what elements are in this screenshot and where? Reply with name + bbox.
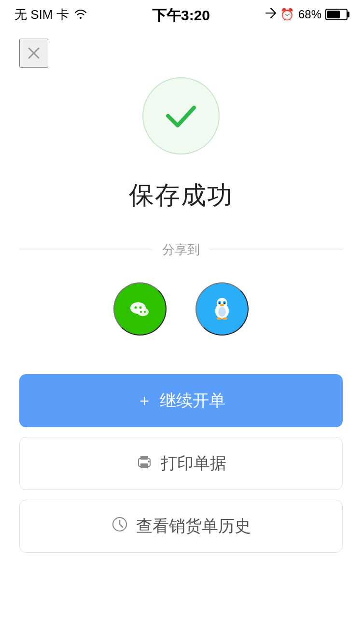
divider-left <box>19 250 153 250</box>
qq-share-button[interactable] <box>195 282 249 336</box>
svg-point-7 <box>144 311 146 313</box>
svg-point-5 <box>139 307 142 309</box>
svg-point-17 <box>218 307 226 317</box>
share-icons-container <box>113 282 249 336</box>
status-left: 无 SIM 卡 <box>14 6 87 23</box>
svg-point-6 <box>140 311 142 313</box>
share-section: 分享到 <box>19 241 343 258</box>
wifi-icon <box>74 7 87 22</box>
svg-rect-19 <box>140 463 148 468</box>
alarm-icon: ⏰ <box>280 8 294 21</box>
share-label: 分享到 <box>162 241 200 258</box>
close-icon <box>25 44 42 62</box>
battery-indicator <box>325 9 348 20</box>
checkmark-icon <box>159 94 203 138</box>
status-right: ⏰ 68% <box>265 8 348 21</box>
print-icon <box>136 453 153 474</box>
svg-point-14 <box>220 304 224 307</box>
main-content: 保存成功 分享到 <box>0 29 362 553</box>
success-circle <box>142 77 220 154</box>
action-buttons: ＋ 继续开单 打印单据 查看销货单历史 <box>19 374 343 553</box>
print-label: 打印单据 <box>161 452 226 475</box>
wechat-icon <box>125 294 155 324</box>
status-time: 下午3:20 <box>152 6 210 26</box>
print-button[interactable]: 打印单据 <box>19 437 343 490</box>
svg-point-12 <box>219 303 221 304</box>
wechat-share-button[interactable] <box>113 282 167 336</box>
svg-point-4 <box>135 307 137 309</box>
close-button[interactable] <box>19 39 48 68</box>
divider-right <box>209 250 343 250</box>
plus-icon: ＋ <box>137 390 152 411</box>
svg-point-16 <box>223 318 227 320</box>
continue-order-button[interactable]: ＋ 继续开单 <box>19 374 343 427</box>
success-title: 保存成功 <box>129 179 233 212</box>
qq-icon <box>207 294 237 324</box>
svg-point-3 <box>137 308 149 316</box>
history-icon <box>111 516 128 537</box>
svg-point-15 <box>217 318 222 320</box>
status-bar: 无 SIM 卡 下午3:20 ⏰ 68% <box>0 0 362 29</box>
sim-label: 无 SIM 卡 <box>14 6 69 23</box>
svg-point-13 <box>224 303 225 304</box>
location-icon <box>265 8 276 21</box>
battery-label: 68% <box>298 8 321 21</box>
svg-rect-20 <box>140 456 148 460</box>
history-label: 查看销货单历史 <box>136 515 251 537</box>
continue-order-label: 继续开单 <box>160 390 225 412</box>
svg-point-21 <box>148 461 150 462</box>
view-history-button[interactable]: 查看销货单历史 <box>19 500 343 553</box>
